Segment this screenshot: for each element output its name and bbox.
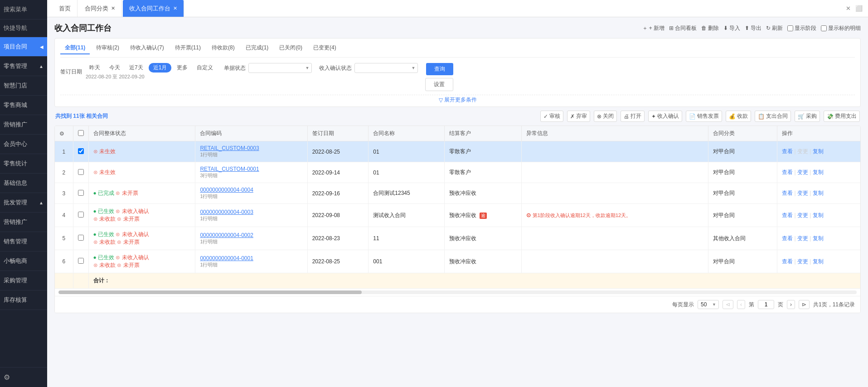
view-action[interactable]: 查看 xyxy=(782,190,793,196)
collect-btn[interactable]: 💰 收款 xyxy=(726,111,751,122)
sidebar-item-sales-mgmt[interactable]: 销售管理 xyxy=(0,232,47,252)
view-action[interactable]: 查看 xyxy=(782,148,793,155)
copy-action[interactable]: 复制 xyxy=(813,235,824,242)
select-all-checkbox[interactable] xyxy=(78,130,84,136)
copy-action[interactable]: 复制 xyxy=(813,258,824,265)
doc-status-select[interactable] xyxy=(248,63,312,73)
scroll-bar-area[interactable] xyxy=(55,289,860,296)
sidebar-item-retail-mgmt[interactable]: 零售管理 ▲ xyxy=(0,57,47,76)
income-confirm-btn[interactable]: ✦ 收入确认 xyxy=(648,111,682,122)
sidebar-item-marketing2[interactable]: 营销推广 xyxy=(0,213,47,232)
sidebar-item-purchase[interactable]: 采购管理 xyxy=(0,271,47,290)
edit-action[interactable]: 变更 xyxy=(797,190,808,196)
sidebar-quick-nav[interactable]: 快捷导航 xyxy=(0,19,47,37)
sidebar-item-project[interactable]: 项目合同 ◀ xyxy=(0,37,47,57)
row-checkbox-cell[interactable] xyxy=(73,227,88,250)
filter-tab-pending-income[interactable]: 待收入确认(7) xyxy=(126,42,169,54)
show-detail-checkbox-label[interactable]: 显示标的明细 xyxy=(821,24,861,32)
row-checkbox[interactable] xyxy=(78,235,84,241)
show-stage-checkbox[interactable] xyxy=(787,25,793,31)
first-page-btn[interactable]: ⊲ xyxy=(723,300,733,309)
view-action[interactable]: 查看 xyxy=(782,169,793,175)
filter-tab-completed[interactable]: 已完成(1) xyxy=(241,42,273,54)
contract-code-link[interactable]: 0000000000004-0002 xyxy=(200,232,302,238)
refresh-btn[interactable]: ↻ 刷新 xyxy=(766,24,783,32)
date-btn-custom[interactable]: 自定义 xyxy=(193,63,217,73)
sidebar-item-retail-stats[interactable]: 零售统计 xyxy=(0,154,47,174)
row-checkbox-cell[interactable] xyxy=(73,204,88,227)
row-checkbox[interactable] xyxy=(78,258,84,264)
filter-tab-closed[interactable]: 已关闭(0) xyxy=(275,42,307,54)
view-action[interactable]: 查看 xyxy=(782,258,793,265)
query-button[interactable]: 查询 xyxy=(426,63,453,75)
next-page-btn[interactable]: › xyxy=(787,300,795,309)
contract-code-link[interactable]: 0000000000004-0003 xyxy=(200,209,302,215)
page-size-select[interactable]: 50 100 200 xyxy=(698,300,719,309)
sidebar-item-smart-store[interactable]: 智慧门店 xyxy=(0,76,47,96)
sidebar-item-base-info[interactable]: 基础信息 xyxy=(0,174,47,193)
sidebar-item-batch-mgmt[interactable]: 批发管理 ▲ xyxy=(0,193,47,213)
sidebar-item-xiaochang[interactable]: 小畅电商 xyxy=(0,252,47,271)
window-maximize-btn[interactable]: ⬜ xyxy=(855,5,863,12)
column-settings-icon[interactable]: ⚙ xyxy=(59,131,64,137)
date-btn-7days[interactable]: 近7天 xyxy=(126,63,147,73)
copy-action[interactable]: 复制 xyxy=(813,212,824,218)
sidebar-settings[interactable]: ⚙ xyxy=(0,367,47,387)
row-checkbox[interactable] xyxy=(78,169,84,175)
filter-tab-changed[interactable]: 已变更(4) xyxy=(309,42,341,54)
row-checkbox-cell[interactable] xyxy=(73,141,88,162)
copy-action[interactable]: 复制 xyxy=(813,148,824,155)
filter-tab-pending-collect[interactable]: 待收款(8) xyxy=(207,42,239,54)
prev-page-btn[interactable]: ‹ xyxy=(737,300,745,309)
new-btn[interactable]: ＋ + 新增 xyxy=(642,24,664,32)
import-btn[interactable]: ⬇ 导入 xyxy=(723,24,740,32)
income-confirm-select[interactable] xyxy=(354,63,418,73)
print-btn[interactable]: 🖨 打开 xyxy=(621,111,645,122)
row-checkbox-cell[interactable] xyxy=(73,250,88,273)
sidebar-search[interactable]: 搜索菜单 xyxy=(0,0,47,19)
tab-contract-cat-close[interactable]: ✕ xyxy=(111,5,115,11)
sidebar-item-member[interactable]: 会员中心 xyxy=(0,135,47,154)
sidebar-item-marketing[interactable]: 营销推广 xyxy=(0,115,47,135)
sidebar-item-retail-mall[interactable]: 零售商城 xyxy=(0,96,47,115)
th-checkbox[interactable] xyxy=(73,126,88,141)
date-btn-yesterday[interactable]: 昨天 xyxy=(86,63,104,73)
export-btn[interactable]: ⬆ 导出 xyxy=(745,24,761,32)
date-btn-more[interactable]: 更多 xyxy=(173,63,191,73)
view-action[interactable]: 查看 xyxy=(782,235,793,242)
last-page-btn[interactable]: ⊳ xyxy=(799,300,810,309)
row-checkbox[interactable] xyxy=(78,190,84,196)
copy-action[interactable]: 复制 xyxy=(813,169,824,175)
edit-action[interactable]: 变更 xyxy=(797,258,808,265)
window-close-btn[interactable]: ✕ xyxy=(846,5,851,12)
settings-button[interactable]: 设置 xyxy=(425,78,453,91)
row-checkbox-cell[interactable] xyxy=(73,183,88,204)
date-btn-1month[interactable]: 近1月 xyxy=(149,63,172,73)
row-checkbox[interactable] xyxy=(78,212,84,218)
audit-btn[interactable]: ✓ 审核 xyxy=(540,111,563,122)
contract-code-link[interactable]: 0000000000004-0004 xyxy=(200,187,302,193)
expense-out-btn[interactable]: 💸 费用支出 xyxy=(824,111,860,122)
tab-contract-cat[interactable]: 合同分类 ✕ xyxy=(78,0,122,17)
th-settings[interactable]: ⚙ xyxy=(55,126,73,141)
view-action[interactable]: 查看 xyxy=(782,212,793,218)
filter-tab-pending-audit[interactable]: 待审核(2) xyxy=(92,42,124,54)
close-contract-btn[interactable]: ⊗ 关闭 xyxy=(594,111,617,122)
tab-income-workbench[interactable]: 收入合同工作台 ✕ xyxy=(123,0,184,17)
tab-income-workbench-close[interactable]: ✕ xyxy=(173,5,177,11)
board-btn[interactable]: ⊞ 合同看板 xyxy=(669,24,697,32)
sidebar-item-inventory[interactable]: 库存核算 xyxy=(0,290,47,310)
filter-tab-pending-invoice[interactable]: 待开票(11) xyxy=(170,42,205,54)
copy-action[interactable]: 复制 xyxy=(813,190,824,196)
sales-invoice-btn[interactable]: 📄 销售发票 xyxy=(686,111,722,122)
edit-action[interactable]: 变更 xyxy=(797,212,808,218)
edit-action[interactable]: 变更 xyxy=(797,169,808,175)
contract-code-link[interactable]: RETAIL_CUSTOM-0003 xyxy=(200,145,302,151)
delete-btn[interactable]: 🗑 删除 xyxy=(701,24,719,32)
filter-tab-all[interactable]: 全部(11) xyxy=(60,42,90,54)
contract-code-link[interactable]: RETAIL_CUSTOM-0001 xyxy=(200,166,302,172)
date-btn-today[interactable]: 今天 xyxy=(106,63,124,73)
edit-action[interactable]: 变更 xyxy=(797,235,808,242)
expand-conditions-btn[interactable]: ▽ 展开更多条件 xyxy=(439,96,477,104)
tab-home[interactable]: 首页 xyxy=(53,0,78,17)
